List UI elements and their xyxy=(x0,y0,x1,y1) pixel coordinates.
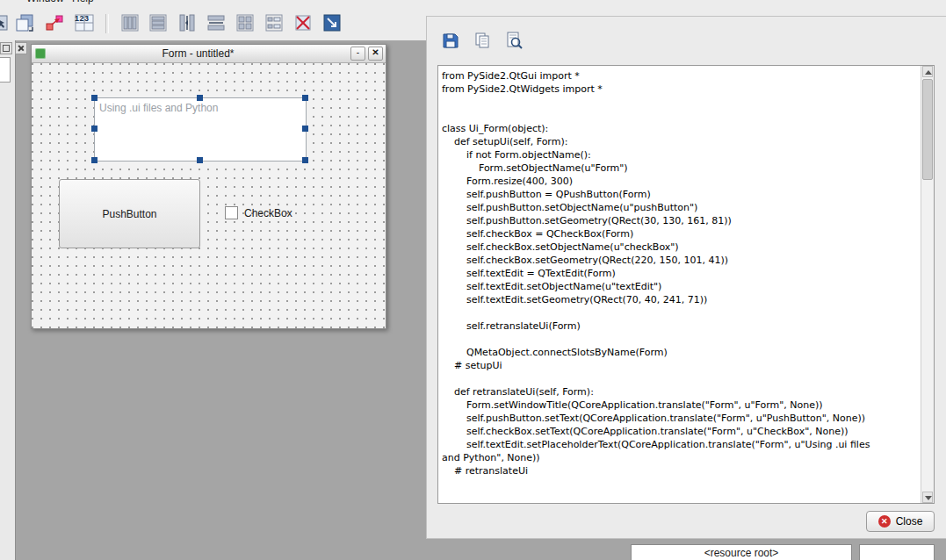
resource-panel-cell xyxy=(859,544,935,560)
adjust-size-icon[interactable] xyxy=(320,11,344,35)
qt-designer-screen: Window Help 123 xyxy=(0,0,946,560)
code-scrollbar[interactable] xyxy=(921,66,934,503)
find-icon[interactable] xyxy=(502,29,525,52)
code-dialog-toolbar xyxy=(439,29,525,52)
tab-order-icon[interactable]: 123 xyxy=(72,11,97,35)
textedit-widget[interactable]: Using .ui files and Python xyxy=(94,97,307,162)
selection-handle[interactable] xyxy=(91,95,97,101)
selection-handle[interactable] xyxy=(91,126,97,132)
selection-handle[interactable] xyxy=(302,126,308,132)
menu-help[interactable]: Help xyxy=(72,0,94,4)
save-icon[interactable] xyxy=(439,29,462,52)
resource-root-item[interactable]: <resource root> xyxy=(631,544,852,560)
layout-horizontal-icon[interactable] xyxy=(118,11,142,35)
layout-grid-icon[interactable] xyxy=(233,11,257,35)
checkbox-label: CheckBox xyxy=(244,207,292,219)
generated-code: from PySide2.QtGui import * from PySide2… xyxy=(438,66,934,481)
form-designer-window: Form - untitled* - ✕ Using .ui files and… xyxy=(31,44,386,329)
selection-handle[interactable] xyxy=(302,95,308,101)
edit-widgets-icon[interactable] xyxy=(0,11,12,35)
pushbutton-widget[interactable]: PushButton xyxy=(59,179,200,248)
layout-vertical-icon[interactable] xyxy=(146,11,170,35)
close-circle-icon: ✕ xyxy=(878,515,891,528)
form-window-titlebar[interactable]: Form - untitled* - ✕ xyxy=(32,45,386,63)
scroll-up-icon[interactable] xyxy=(922,66,933,77)
code-preview-dialog: from PySide2.QtGui import * from PySide2… xyxy=(426,16,946,539)
textedit-placeholder: Using .ui files and Python xyxy=(95,98,306,118)
close-button-label: Close xyxy=(896,515,923,528)
selection-handle[interactable] xyxy=(197,95,203,101)
checkbox-indicator[interactable] xyxy=(225,206,238,219)
tab-order-label: 123 xyxy=(75,14,90,23)
dock-titlebar-buttons xyxy=(0,42,27,54)
widget-box-list-fragment xyxy=(0,57,11,83)
copy-icon[interactable] xyxy=(471,29,494,52)
selection-handle[interactable] xyxy=(197,157,203,163)
checkbox-widget[interactable]: CheckBox xyxy=(225,206,292,219)
selection-handle[interactable] xyxy=(302,157,308,163)
scroll-down-icon[interactable] xyxy=(922,492,933,503)
dock-close-icon[interactable] xyxy=(15,42,27,54)
break-layout-icon[interactable] xyxy=(291,11,315,35)
raise-widget-icon[interactable] xyxy=(12,11,37,35)
dialog-close-button[interactable]: ✕ Close xyxy=(866,511,935,532)
layout-form-icon[interactable] xyxy=(262,11,286,35)
window-close-button[interactable]: ✕ xyxy=(368,47,383,61)
toolbar-separator xyxy=(105,14,109,33)
menu-window[interactable]: Window xyxy=(26,0,64,4)
edit-signals-icon[interactable] xyxy=(42,11,67,35)
form-canvas[interactable]: Using .ui files and Python PushButton Ch… xyxy=(32,63,386,328)
main-toolbar: 123 xyxy=(0,5,426,40)
textedit-selection-region: Using .ui files and Python xyxy=(91,95,308,163)
widget-box-panel-edge xyxy=(0,40,16,560)
selection-handle[interactable] xyxy=(91,157,97,163)
minimize-button[interactable]: - xyxy=(350,47,365,61)
splitter-vertical-icon[interactable] xyxy=(204,11,228,35)
designer-form-icon xyxy=(35,48,46,59)
dock-float-icon[interactable] xyxy=(0,42,12,54)
scrollbar-thumb[interactable] xyxy=(922,79,933,180)
splitter-horizontal-icon[interactable] xyxy=(175,11,199,35)
code-view[interactable]: from PySide2.QtGui import * from PySide2… xyxy=(437,65,935,504)
form-window-title: Form - untitled* xyxy=(46,47,350,60)
